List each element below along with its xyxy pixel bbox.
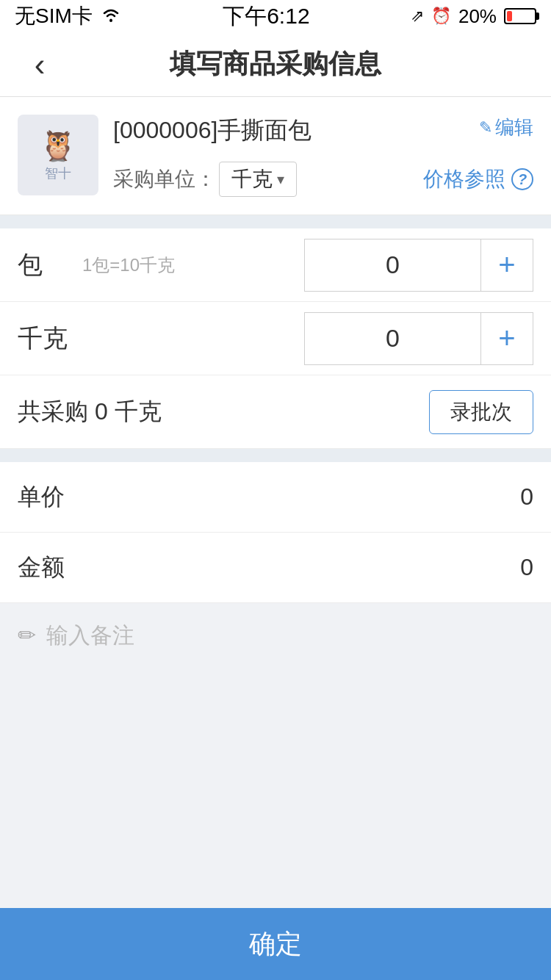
total-label: 共采购 0 千克 xyxy=(18,396,162,428)
section-divider-2 xyxy=(0,449,551,462)
svg-point-0 xyxy=(109,19,112,22)
kg-input-row: 千克 0 + xyxy=(0,302,551,375)
bag-input-control: 0 + xyxy=(304,239,533,292)
input-section: 包 1包=10千克 0 + 千克 0 + xyxy=(0,228,551,375)
section-divider xyxy=(0,215,551,228)
product-info: [0000006]手撕面包 ✎ 编辑 采购单位： 千克 ▾ 价格参照 ? xyxy=(113,115,533,197)
amount-value: 0 xyxy=(520,554,533,581)
time-label: 下午6:12 xyxy=(223,1,309,32)
confirm-button[interactable]: 确定 xyxy=(0,908,551,980)
page-title: 填写商品采购信息 xyxy=(170,46,381,82)
product-image: 🦉 智十 xyxy=(18,115,98,195)
bag-plus-button[interactable]: + xyxy=(480,239,533,292)
product-logo-icon: 🦉 xyxy=(40,129,76,163)
kg-input[interactable]: 0 xyxy=(304,312,480,365)
nav-bar: ‹ 填写商品采购信息 xyxy=(0,32,551,97)
pencil-icon: ✏ xyxy=(18,622,36,648)
product-name-row: [0000006]手撕面包 ✎ 编辑 xyxy=(113,115,533,147)
back-button[interactable]: ‹ xyxy=(18,43,62,87)
unit-select[interactable]: 千克 ▾ xyxy=(219,162,297,197)
bag-sublabel: 1包=10千克 xyxy=(82,253,304,277)
product-unit-row: 采购单位： 千克 ▾ 价格参照 ? xyxy=(113,162,533,197)
battery-icon xyxy=(504,8,536,24)
kg-label: 千克 xyxy=(18,322,76,356)
total-row: 共采购 0 千克 录批次 xyxy=(0,375,551,449)
notes-placeholder: 输入备注 xyxy=(46,621,134,651)
kg-input-control: 0 + xyxy=(304,312,533,365)
battery-percent: 20% xyxy=(458,5,497,28)
bag-input[interactable]: 0 xyxy=(304,239,480,292)
product-brand-label: 智十 xyxy=(45,165,71,182)
price-info-section: 单价 0 金额 0 xyxy=(0,462,551,603)
kg-plus-button[interactable]: + xyxy=(480,312,533,365)
unit-value: 千克 xyxy=(231,165,273,193)
unit-price-value: 0 xyxy=(520,483,533,511)
chevron-down-icon: ▾ xyxy=(277,170,284,188)
status-left: 无SIM卡 xyxy=(15,2,122,30)
price-ref-button[interactable]: 价格参照 ? xyxy=(423,165,533,193)
bag-label: 包 xyxy=(18,248,76,282)
alarm-icon: ⏰ xyxy=(431,7,451,26)
bag-input-row: 包 1包=10千克 0 + xyxy=(0,228,551,302)
content-area xyxy=(0,691,551,912)
amount-row: 金额 0 xyxy=(0,533,551,603)
location-icon: ⇗ xyxy=(411,7,424,26)
unit-price-label: 单价 xyxy=(18,481,65,514)
status-right: ⇗ ⏰ 20% xyxy=(411,5,536,28)
unit-price-row: 单价 0 xyxy=(0,462,551,533)
product-section: 🦉 智十 [0000006]手撕面包 ✎ 编辑 采购单位： 千克 ▾ 价格参照 xyxy=(0,97,551,215)
notes-section[interactable]: ✏ 输入备注 xyxy=(0,603,551,691)
edit-button[interactable]: ✎ 编辑 xyxy=(479,115,533,140)
product-name: [0000006]手撕面包 xyxy=(113,115,311,147)
amount-label: 金额 xyxy=(18,552,65,584)
info-icon: ? xyxy=(511,168,533,190)
record-batch-button[interactable]: 录批次 xyxy=(429,390,533,434)
unit-label: 采购单位： xyxy=(113,165,216,193)
wifi-icon xyxy=(100,4,122,28)
edit-icon: ✎ xyxy=(479,118,492,137)
carrier-label: 无SIM卡 xyxy=(15,2,93,30)
status-bar: 无SIM卡 下午6:12 ⇗ ⏰ 20% xyxy=(0,0,551,32)
